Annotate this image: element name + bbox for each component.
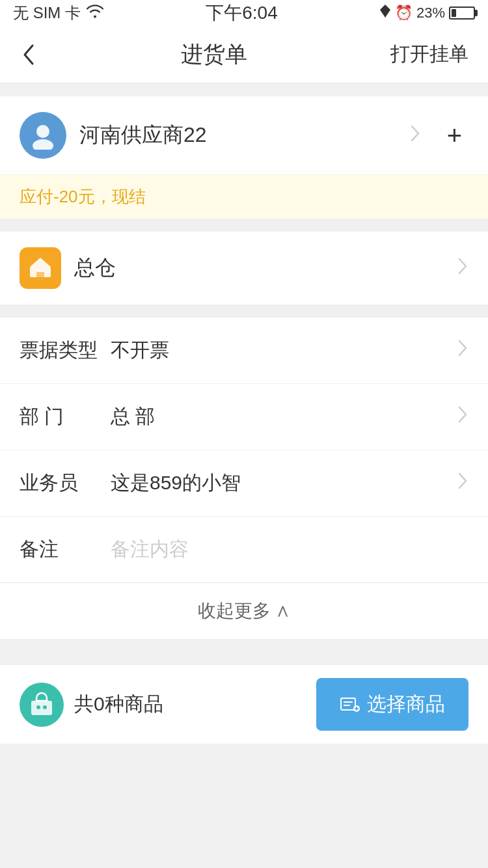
form-row-salesperson[interactable]: 业务员 这是859的小智 bbox=[0, 450, 488, 517]
svg-point-7 bbox=[43, 705, 47, 709]
product-count-label: 共0种商品 bbox=[74, 691, 163, 718]
select-product-button[interactable]: 选择商品 bbox=[316, 678, 468, 731]
notice-text: 应付-20元，现结 bbox=[20, 187, 146, 206]
form-row-department[interactable]: 部 门 总 部 bbox=[0, 384, 488, 450]
form-row-remark[interactable]: 备注 备注内容 bbox=[0, 517, 488, 582]
supplier-section: 河南供应商22 + 应付-20元，现结 bbox=[0, 96, 488, 219]
collapse-button[interactable]: 收起更多 ∧ bbox=[0, 582, 488, 639]
battery-percent: 23% bbox=[416, 5, 445, 21]
status-right: ⏰ 23% bbox=[379, 4, 475, 22]
form-row-invoice[interactable]: 票据类型 不开票 bbox=[0, 318, 488, 384]
alarm-icon: ⏰ bbox=[395, 5, 413, 21]
remark-label: 备注 bbox=[20, 536, 111, 563]
svg-point-6 bbox=[36, 705, 40, 709]
remark-value[interactable]: 备注内容 bbox=[111, 536, 468, 563]
status-time: 下午6:04 bbox=[206, 1, 278, 25]
select-product-label: 选择商品 bbox=[367, 691, 445, 718]
product-icon bbox=[20, 683, 64, 727]
open-pending-button[interactable]: 打开挂单 bbox=[390, 41, 468, 68]
section-divider-3 bbox=[0, 639, 488, 652]
supplier-name: 河南供应商22 bbox=[79, 121, 409, 150]
section-divider-1 bbox=[0, 83, 488, 96]
salesperson-chevron-icon bbox=[457, 471, 468, 495]
department-value: 总 部 bbox=[111, 403, 450, 430]
supplier-chevron-icon bbox=[409, 124, 421, 148]
svg-point-1 bbox=[33, 139, 53, 150]
notice-banner: 应付-20元，现结 bbox=[0, 175, 488, 219]
svg-rect-4 bbox=[36, 272, 44, 277]
svg-marker-3 bbox=[30, 258, 51, 267]
department-label: 部 门 bbox=[20, 403, 111, 430]
svg-point-0 bbox=[36, 125, 49, 138]
invoice-chevron-icon bbox=[457, 338, 468, 362]
battery-icon bbox=[449, 7, 475, 20]
add-button[interactable]: + bbox=[441, 121, 468, 150]
location-icon bbox=[379, 4, 391, 22]
main-background bbox=[0, 744, 488, 868]
form-section: 票据类型 不开票 部 门 总 部 业务员 这是859的小智 备注 备注内容 bbox=[0, 318, 488, 582]
supplier-row[interactable]: 河南供应商22 + bbox=[0, 96, 488, 175]
page-title: 进货单 bbox=[181, 40, 247, 70]
carrier-label: 无 SIM 卡 bbox=[13, 3, 81, 23]
product-count-area: 共0种商品 bbox=[20, 683, 163, 727]
status-left: 无 SIM 卡 bbox=[13, 3, 104, 23]
salesperson-label: 业务员 bbox=[20, 470, 111, 496]
wifi-icon bbox=[86, 4, 104, 22]
warehouse-row[interactable]: 总仓 bbox=[0, 232, 488, 305]
bottom-bar: 共0种商品 选择商品 bbox=[0, 665, 488, 744]
invoice-value: 不开票 bbox=[111, 337, 450, 364]
supplier-avatar bbox=[20, 112, 66, 159]
collapse-label: 收起更多 ∧ bbox=[198, 599, 291, 623]
warehouse-name: 总仓 bbox=[74, 254, 457, 282]
svg-rect-8 bbox=[341, 698, 355, 710]
warehouse-chevron-icon bbox=[457, 256, 468, 280]
section-divider-2 bbox=[0, 219, 488, 232]
salesperson-value: 这是859的小智 bbox=[111, 470, 450, 496]
invoice-label: 票据类型 bbox=[20, 337, 111, 364]
warehouse-icon bbox=[20, 247, 61, 289]
back-button[interactable] bbox=[20, 40, 38, 69]
svg-rect-5 bbox=[31, 701, 52, 715]
department-chevron-icon bbox=[457, 405, 468, 429]
warehouse-section: 总仓 bbox=[0, 232, 488, 305]
nav-bar: 进货单 打开挂单 bbox=[0, 26, 488, 83]
status-bar: 无 SIM 卡 下午6:04 ⏰ 23% bbox=[0, 0, 488, 26]
